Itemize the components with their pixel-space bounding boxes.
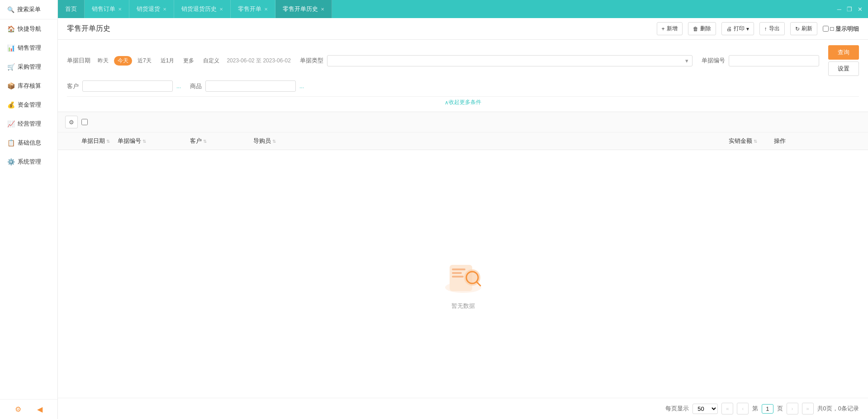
sidebar-item-finance[interactable]: 💰 资金管理	[0, 95, 57, 114]
page-value: 1	[766, 405, 769, 412]
sort-date-icon[interactable]: ⇅	[106, 139, 110, 144]
toolbar: + 新增 🗑 删除 🖨 打印 ▾ ↑ 导出 ↻ 刷新	[657, 22, 859, 35]
main-area: 首页 销售订单 ✕ 销货退货 ✕ 销货退货历史 ✕ 零售开单 ✕ 零售开单历史 …	[58, 0, 868, 419]
top-nav: 首页 销售订单 ✕ 销货退货 ✕ 销货退货历史 ✕ 零售开单 ✕ 零售开单历史 …	[58, 0, 868, 18]
th-date-label: 单据日期	[81, 137, 105, 145]
tab-retail-open-history-close[interactable]: ✕	[321, 7, 324, 12]
delete-button[interactable]: 🗑 删除	[688, 22, 716, 35]
sort-customer-icon[interactable]: ⇅	[203, 139, 207, 144]
svg-rect-4	[452, 276, 464, 278]
display-detail-toggle[interactable]: □ 显示明细	[823, 25, 859, 33]
filter-row-1: 单据日期 昨天 今天 近7天 近1月 更多 自定义 2023-06-02 至 2…	[67, 45, 859, 76]
tab-sales-return-history[interactable]: 销货退货历史 ✕	[174, 0, 231, 18]
content: 零售开单历史 + 新增 🗑 删除 🖨 打印 ▾ ↑ 导出	[58, 18, 868, 419]
sidebar-item-system[interactable]: ⚙️ 系统管理	[0, 152, 57, 171]
filter-collapse-toggle[interactable]: ∧ 收起更多条件	[67, 96, 859, 108]
date-btn-today[interactable]: 今天	[114, 56, 132, 66]
filter-area: 单据日期 昨天 今天 近7天 近1月 更多 自定义 2023-06-02 至 2…	[58, 40, 868, 112]
filter-type-group: 单据类型 ▾	[300, 55, 693, 66]
filter-product-input[interactable]	[205, 80, 296, 92]
table-header: 单据日期 ⇅ 单据编号 ⇅ 客户 ⇅ 导购员 ⇅ 实销金额 ⇅	[58, 132, 868, 150]
sidebar-item-quick-nav[interactable]: 🏠 快捷导航	[0, 19, 57, 38]
per-page-select[interactable]: 50 10 20 100	[693, 404, 718, 414]
date-btn-yesterday[interactable]: 昨天	[94, 56, 112, 66]
sidebar-item-inventory[interactable]: 📦 库存核算	[0, 76, 57, 95]
customer-more-icon[interactable]: ...	[176, 83, 181, 89]
filter-number-input[interactable]	[729, 55, 819, 66]
th-action: 操作	[770, 132, 825, 150]
sidebar-bottom: ⚙ ◀	[0, 399, 57, 419]
refresh-button[interactable]: ↻ 刷新	[790, 22, 817, 35]
current-page: 1	[762, 404, 773, 414]
prev-page-btn[interactable]: ‹	[737, 403, 749, 414]
collapse-icon[interactable]: ◀	[37, 405, 43, 414]
sort-number-icon[interactable]: ⇅	[142, 139, 146, 144]
tab-sales-return-history-close[interactable]: ✕	[219, 7, 223, 12]
filter-customer-input[interactable]	[82, 80, 173, 92]
last-page-btn[interactable]: »	[802, 403, 814, 414]
sidebar-item-sales-mgmt[interactable]: 📊 销售管理	[0, 38, 57, 57]
minimize-btn[interactable]: ─	[837, 6, 841, 13]
delete-label: 删除	[700, 25, 711, 33]
filter-customer-label: 客户	[67, 82, 79, 90]
sidebar-item-purchase-mgmt[interactable]: 🛒 采购管理	[0, 57, 57, 76]
date-btn-1month[interactable]: 近1月	[157, 56, 178, 66]
trends-icon: 📈	[7, 120, 15, 127]
tab-home[interactable]: 首页	[58, 0, 85, 18]
tab-retail-open[interactable]: 零售开单 ✕	[231, 0, 275, 18]
th-guide: 导购员 ⇅	[250, 132, 725, 150]
print-arrow: ▾	[746, 26, 749, 32]
svg-rect-3	[452, 272, 462, 274]
close-btn[interactable]: ✕	[858, 6, 863, 13]
table-settings-button[interactable]: ⚙	[65, 116, 78, 128]
tab-sales-return-close[interactable]: ✕	[163, 7, 166, 12]
filter-date-buttons: 昨天 今天 近7天 近1月 更多 自定义	[94, 56, 223, 66]
tab-retail-open-history[interactable]: 零售开单历史 ✕	[275, 0, 332, 18]
restore-btn[interactable]: ❐	[847, 6, 852, 13]
set-button[interactable]: 设置	[828, 61, 859, 76]
export-icon: ↑	[764, 26, 767, 32]
tab-retail-open-close[interactable]: ✕	[264, 7, 268, 12]
next-page-btn[interactable]: ›	[787, 403, 798, 414]
tab-sales-order[interactable]: 销售订单 ✕	[85, 0, 129, 18]
delete-icon: 🗑	[693, 26, 698, 32]
cart-icon: 🛒	[7, 63, 15, 71]
sidebar-item-label: 资金管理	[18, 101, 41, 109]
empty-illustration	[441, 256, 486, 297]
sidebar-item-operations[interactable]: 📈 经营管理	[0, 114, 57, 133]
tab-sales-return-label: 销货退货	[137, 5, 160, 13]
filter-row-2: 客户 ... 商品 ...	[67, 80, 859, 92]
query-button[interactable]: 查询	[828, 45, 859, 60]
sort-guide-icon[interactable]: ⇅	[272, 139, 276, 144]
tab-retail-open-label: 零售开单	[238, 5, 261, 13]
sidebar-item-label: 基础信息	[18, 139, 41, 147]
page-title: 零售开单历史	[67, 24, 110, 33]
date-btn-custom[interactable]: 自定义	[199, 56, 223, 66]
export-button[interactable]: ↑ 导出	[759, 22, 785, 35]
empty-text: 暂无数据	[451, 302, 475, 310]
settings-icon[interactable]: ⚙	[15, 405, 21, 414]
th-amount: 实销金额 ⇅	[725, 132, 770, 150]
th-customer-label: 客户	[190, 137, 202, 145]
table-select-all[interactable]	[81, 119, 88, 125]
sidebar-search[interactable]: 🔍 搜索采单	[0, 0, 57, 19]
tab-sales-order-close[interactable]: ✕	[118, 7, 122, 12]
last-page-icon: »	[806, 406, 809, 411]
add-label: 新增	[667, 25, 678, 33]
product-more-icon[interactable]: ...	[299, 83, 304, 89]
display-detail-checkbox[interactable]	[823, 26, 829, 32]
filter-number-label: 单据编号	[702, 56, 725, 65]
filter-type-select[interactable]: ▾	[327, 55, 693, 66]
date-btn-7days[interactable]: 近7天	[134, 56, 155, 66]
date-btn-more[interactable]: 更多	[180, 56, 198, 66]
add-button[interactable]: + 新增	[657, 22, 683, 35]
print-button[interactable]: 🖨 打印 ▾	[721, 22, 754, 35]
first-page-btn[interactable]: «	[721, 403, 733, 414]
tab-sales-return[interactable]: 销货退货 ✕	[129, 0, 174, 18]
print-label: 打印	[734, 25, 745, 33]
sidebar-item-basic-info[interactable]: 📋 基础信息	[0, 133, 57, 152]
filter-collapse-label: 收起更多条件	[449, 99, 481, 106]
prev-page-icon: ‹	[742, 406, 744, 411]
search-icon: 🔍	[7, 6, 14, 13]
sort-amount-icon[interactable]: ⇅	[754, 139, 757, 144]
